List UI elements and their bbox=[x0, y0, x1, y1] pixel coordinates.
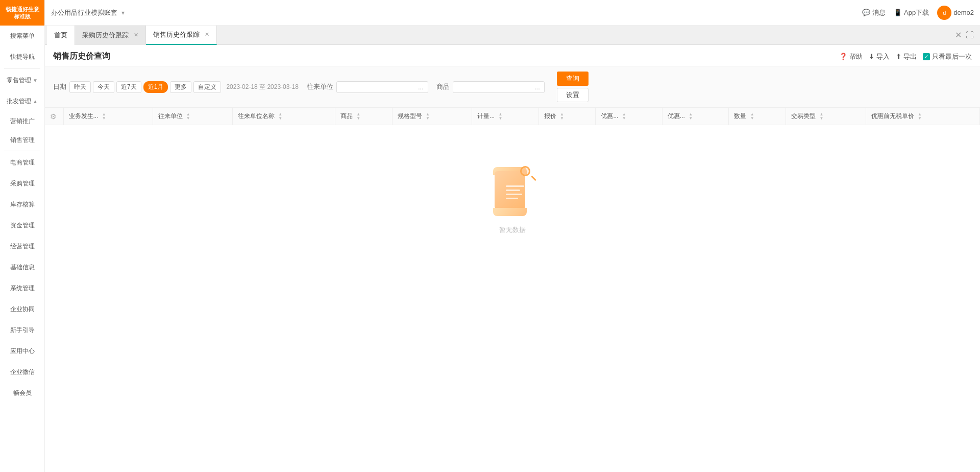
sidebar-item-vip[interactable]: 畅会员 bbox=[0, 383, 44, 404]
col-partner-code[interactable]: 往来单位 ▲▼ bbox=[153, 108, 232, 125]
col-partner-name-label: 往来单位名称 bbox=[238, 112, 275, 120]
user-profile[interactable]: d demo2 bbox=[937, 6, 974, 20]
date-filter-group: 日期 昨天 今天 近7天 近1月 更多 自定义 2023-02-18 至 202… bbox=[53, 81, 299, 93]
user-name: demo2 bbox=[953, 9, 974, 16]
import-label: 导入 bbox=[876, 52, 890, 61]
sort-arrows-pre-tax-price: ▲▼ bbox=[918, 112, 922, 121]
sidebar-item-wholesale[interactable]: 批发管理 ▲ bbox=[0, 91, 44, 112]
custom-btn[interactable]: 自定义 bbox=[193, 81, 221, 93]
last7-btn[interactable]: 近7天 bbox=[116, 81, 141, 93]
topbar-left: 办公用品行业模拟账套 ▾ bbox=[51, 8, 125, 17]
sidebar-item-finance[interactable]: 资金管理 bbox=[0, 215, 44, 236]
table-gear-icon[interactable]: ⚙ bbox=[50, 112, 57, 121]
tab-sales-history[interactable]: 销售历史价跟踪 ✕ bbox=[146, 26, 217, 45]
sidebar-item-basics[interactable]: 基础信息 bbox=[0, 257, 44, 278]
sidebar-item-purchase[interactable]: 采购管理 bbox=[0, 173, 44, 194]
query-button[interactable]: 查询 bbox=[557, 72, 589, 86]
line1 bbox=[506, 185, 524, 187]
system-label: 系统管理 bbox=[10, 284, 35, 293]
col-pre-tax-price[interactable]: 优惠前无税单价 ▲▼ bbox=[866, 108, 979, 125]
help-btn[interactable]: ❓ 帮助 bbox=[839, 52, 863, 61]
line2 bbox=[506, 190, 520, 191]
app-logo[interactable]: 畅捷通好生意 标准版 bbox=[0, 0, 44, 26]
sidebar-item-app-center[interactable]: 应用中心 bbox=[0, 341, 44, 362]
col-discount1[interactable]: 优惠... ▲▼ bbox=[596, 108, 662, 125]
col-discount2[interactable]: 优惠... ▲▼ bbox=[662, 108, 728, 125]
sidebar-item-cooperation[interactable]: 企业协同 bbox=[0, 299, 44, 320]
product-filter-label: 商品 bbox=[436, 82, 450, 91]
sidebar-item-system[interactable]: 系统管理 bbox=[0, 278, 44, 299]
import-btn[interactable]: ⬇ 导入 bbox=[869, 52, 890, 61]
export-btn[interactable]: ⬆ 导出 bbox=[896, 52, 917, 61]
col-spec[interactable]: 规格型号 ▲▼ bbox=[392, 108, 472, 125]
purchase-label: 采购管理 bbox=[10, 179, 35, 188]
sidebar-item-inventory[interactable]: 库存核算 bbox=[0, 194, 44, 215]
col-quoted-price[interactable]: 报价 ▲▼ bbox=[538, 108, 596, 125]
avatar: d bbox=[937, 6, 951, 20]
topbar-title: 办公用品行业模拟账套 bbox=[51, 8, 117, 17]
line3 bbox=[506, 194, 522, 195]
logo-subtext: 标准版 bbox=[14, 13, 31, 20]
col-partner-code-label: 往来单位 bbox=[158, 112, 183, 120]
partner-input-dots[interactable]: ... bbox=[418, 83, 424, 91]
col-trade-type[interactable]: 交易类型 ▲▼ bbox=[786, 108, 866, 125]
col-biz-date[interactable]: 业务发生... ▲▼ bbox=[63, 108, 153, 125]
sort-arrows-product: ▲▼ bbox=[356, 112, 360, 121]
product-input[interactable]: ... bbox=[453, 81, 545, 93]
col-unit[interactable]: 计量... ▲▼ bbox=[472, 108, 538, 125]
checkbox-icon bbox=[923, 53, 930, 60]
content-area: 销售历史价查询 ❓ 帮助 ⬇ 导入 ⬆ 导出 只看最后一次 bbox=[45, 45, 980, 472]
product-filter-group: 商品 ... bbox=[436, 81, 545, 93]
sort-arrows-partner-name: ▲▼ bbox=[278, 112, 282, 121]
table-header-row: ⚙ 业务发生... ▲▼ 往来单位 ▲▼ 往来单位名称 ▲▼ bbox=[45, 108, 980, 125]
col-pre-tax-price-label: 优惠前无税单价 bbox=[871, 112, 914, 120]
tab-sales-close[interactable]: ✕ bbox=[205, 31, 209, 38]
message-label: 消息 bbox=[872, 8, 886, 17]
empty-art bbox=[487, 166, 538, 217]
guide-label: 新手引导 bbox=[10, 326, 35, 335]
filter-area: 日期 昨天 今天 近7天 近1月 更多 自定义 2023-02-18 至 202… bbox=[45, 66, 980, 108]
sidebar-item-ecommerce[interactable]: 电商管理 bbox=[0, 152, 44, 173]
col-partner-name[interactable]: 往来单位名称 ▲▼ bbox=[232, 108, 335, 125]
sort-arrows-trade-type: ▲▼ bbox=[820, 112, 824, 121]
col-quantity[interactable]: 数量 ▲▼ bbox=[729, 108, 786, 125]
sort-arrows-quoted-price: ▲▼ bbox=[560, 112, 564, 121]
sidebar-item-retail[interactable]: 零售管理 ▼ bbox=[0, 70, 44, 91]
col-product[interactable]: 商品 ▲▼ bbox=[335, 108, 392, 125]
sidebar-item-sales-mgmt[interactable]: 销售管理 bbox=[0, 131, 44, 150]
table-area: ⚙ 业务发生... ▲▼ 往来单位 ▲▼ 往来单位名称 ▲▼ bbox=[45, 108, 980, 472]
export-icon: ⬆ bbox=[896, 53, 901, 60]
search-menu-label: 搜索菜单 bbox=[10, 32, 35, 40]
sidebar-item-guide[interactable]: 新手引导 bbox=[0, 320, 44, 341]
tab-purchase-history[interactable]: 采购历史价跟踪 ✕ bbox=[75, 26, 146, 45]
window-close-btn[interactable]: ✕ bbox=[955, 30, 962, 40]
product-input-dots[interactable]: ... bbox=[534, 83, 540, 91]
partner-input[interactable]: ... bbox=[336, 81, 428, 93]
window-maximize-btn[interactable]: ⛶ bbox=[966, 31, 974, 40]
last1m-btn[interactable]: 近1月 bbox=[143, 81, 168, 93]
more-btn[interactable]: 更多 bbox=[170, 81, 191, 93]
today-btn[interactable]: 今天 bbox=[93, 81, 114, 93]
help-icon: ❓ bbox=[839, 53, 847, 60]
yesterday-btn[interactable]: 昨天 bbox=[69, 81, 91, 93]
help-label: 帮助 bbox=[849, 52, 863, 61]
tab-purchase-close[interactable]: ✕ bbox=[134, 32, 138, 38]
col-discount1-label: 优惠... bbox=[601, 112, 618, 120]
finance-label: 资金管理 bbox=[10, 221, 35, 230]
sidebar-item-search-menu[interactable]: 搜索菜单 bbox=[0, 26, 44, 46]
col-discount2-label: 优惠... bbox=[668, 112, 685, 120]
app-download-btn[interactable]: 📱 App下载 bbox=[894, 8, 929, 17]
topbar: 办公用品行业模拟账套 ▾ 💬 消息 📱 App下载 d demo2 bbox=[45, 0, 980, 26]
only-last-label: 只看最后一次 bbox=[932, 52, 972, 61]
topbar-dropdown-icon[interactable]: ▾ bbox=[121, 9, 125, 16]
message-btn[interactable]: 💬 消息 bbox=[862, 8, 886, 17]
settings-button[interactable]: 设置 bbox=[557, 88, 589, 102]
magnifier bbox=[520, 166, 535, 181]
sidebar-item-wechat[interactable]: 企业微信 bbox=[0, 362, 44, 383]
only-last-checkbox[interactable]: 只看最后一次 bbox=[923, 52, 972, 61]
sidebar-item-operations[interactable]: 经营管理 bbox=[0, 236, 44, 257]
tab-home[interactable]: 首页 bbox=[47, 26, 75, 45]
sidebar-item-marketing[interactable]: 营销推广 bbox=[0, 112, 44, 131]
sidebar-item-quick-nav[interactable]: 快捷导航 bbox=[0, 46, 44, 67]
line4 bbox=[506, 198, 518, 199]
